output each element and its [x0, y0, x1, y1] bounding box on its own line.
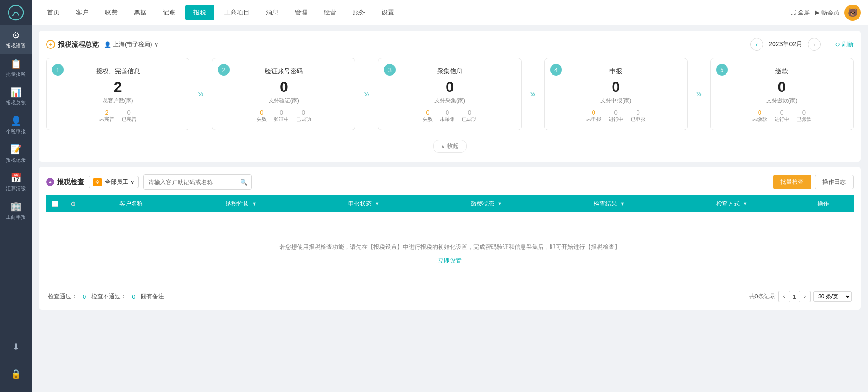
- flow-card-count-5: 0: [718, 79, 846, 95]
- flow-stat-complete: 0 已完善: [122, 109, 137, 123]
- refresh-button[interactable]: ↻ 刷新: [835, 40, 854, 48]
- fullscreen-button[interactable]: ⛶ 全屏: [790, 9, 810, 17]
- sidebar-item-tax-overview[interactable]: 📊 报税总览: [0, 82, 32, 111]
- empty-state: 若您想使用报税检查功能，请先在【报税设置】中进行报税的初始化设置，完成密码验证和…: [50, 216, 850, 283]
- flow-card-count-1: 2: [54, 79, 182, 95]
- flow-card-desc-2: 支持验证(家): [220, 97, 348, 105]
- nav-invoice[interactable]: 票据: [126, 0, 155, 25]
- flow-card-stats-2: 0 失败 0 验证中 0 已成功: [220, 109, 348, 123]
- flow-card-title-2: 验证账号密码: [220, 67, 348, 76]
- declare-status-filter-icon[interactable]: ▼: [375, 201, 380, 206]
- flow-arrow-4: »: [688, 88, 710, 100]
- nav-message[interactable]: 消息: [258, 0, 287, 25]
- flow-cards: 1 授权、完善信息 2 总客户数(家) 2 未完善 0 已完善: [46, 58, 854, 130]
- flow-card-payment: 5 缴款 0 支持缴款(家) 0 未缴款 0 进行中: [710, 58, 854, 130]
- flow-card-count-2: 0: [220, 79, 348, 95]
- check-method-filter-icon[interactable]: ▼: [743, 201, 748, 206]
- prev-month-button[interactable]: ‹: [750, 38, 763, 51]
- operation-log-button[interactable]: 操作日志: [815, 175, 854, 189]
- sidebar-item-annual-report[interactable]: 🏢 工商年报: [0, 196, 32, 225]
- nav-operation[interactable]: 经营: [316, 0, 344, 25]
- next-month-button[interactable]: ›: [808, 38, 821, 51]
- nav-accounting[interactable]: 记账: [155, 0, 184, 25]
- fail-label: 检查不通过：: [91, 292, 127, 301]
- nav-home[interactable]: 首页: [39, 0, 68, 25]
- sidebar-item-settlement[interactable]: 📅 汇算清缴: [0, 168, 32, 196]
- next-page-button[interactable]: ›: [799, 291, 811, 302]
- vip-button[interactable]: ▶ 畅会员: [815, 9, 839, 17]
- select-all-checkbox[interactable]: [52, 201, 58, 207]
- nav-charge[interactable]: 收费: [97, 0, 126, 25]
- table-header-checkbox: [46, 195, 64, 212]
- flow-title-icon: +: [46, 40, 55, 49]
- sidebar-item-lock[interactable]: 🔒: [9, 360, 24, 387]
- check-result-filter-icon[interactable]: ▼: [620, 201, 625, 206]
- flow-arrow-3: »: [522, 88, 544, 100]
- collapse-button[interactable]: ∧ 收起: [433, 140, 467, 153]
- location-selector[interactable]: 👤 上海(电子税局) ∨: [104, 40, 159, 48]
- search-input[interactable]: [144, 176, 236, 188]
- app-logo: [0, 0, 32, 25]
- table-scroll: ⚙ 客户名称 纳税性质 ▼ 申报状态 ▼: [46, 195, 854, 286]
- nav-settings[interactable]: 设置: [373, 0, 402, 25]
- setup-link[interactable]: 立即设置: [59, 257, 841, 265]
- tax-check-panel: ● 报税检查 全 全部员工 ∨ 🔍 批量检查 操作日志: [39, 167, 861, 310]
- search-button[interactable]: 🔍: [236, 175, 251, 189]
- tax-overview-icon: 📊: [10, 87, 22, 98]
- flow-card-collect: 3 采集信息 0 支持采集(家) 0 失败 0 未采集: [378, 58, 521, 130]
- flow-stat-collect-failed: 0 失败: [423, 109, 433, 123]
- nav-service[interactable]: 服务: [344, 0, 373, 25]
- table-settings-icon[interactable]: ⚙: [71, 201, 76, 207]
- sidebar-item-batch-tax[interactable]: 📋 批量报税: [0, 54, 32, 82]
- batch-check-button[interactable]: 批量检查: [773, 175, 811, 189]
- sidebar-item-download[interactable]: ⬇: [9, 333, 24, 360]
- check-table: ⚙ 客户名称 纳税性质 ▼ 申报状态 ▼: [46, 195, 854, 286]
- nav-customer[interactable]: 客户: [68, 0, 97, 25]
- empty-state-cell: 若您想使用报税检查功能，请先在【报税设置】中进行报税的初始化设置，完成密码验证和…: [46, 212, 854, 286]
- staff-selector[interactable]: 全 全部员工 ∨: [89, 176, 139, 188]
- refresh-icon: ↻: [835, 41, 840, 48]
- sidebar-item-settlement-label: 汇算清缴: [6, 185, 26, 192]
- nav-manage[interactable]: 管理: [287, 0, 316, 25]
- flow-card-count-3: 0: [386, 79, 514, 95]
- pass-count[interactable]: 0: [83, 293, 86, 300]
- sidebar-item-tax-record[interactable]: 📝 报税记录: [0, 139, 32, 168]
- table-header-check-method: 检查方式 ▼: [670, 195, 793, 212]
- flow-card-title-3: 采集信息: [386, 67, 514, 76]
- flow-stat-not-declared: 0 未申报: [586, 109, 601, 123]
- flow-card-title-4: 申报: [552, 67, 680, 76]
- fail-count[interactable]: 0: [132, 293, 135, 300]
- vip-icon: ▶: [815, 9, 820, 16]
- sidebar-item-batch-tax-label: 批量报税: [6, 71, 26, 78]
- check-header: ● 报税检查 全 全部员工 ∨ 🔍 批量检查 操作日志: [46, 174, 854, 190]
- staff-tag: 全: [93, 178, 102, 186]
- flow-stat-verified: 0 已成功: [296, 109, 311, 123]
- sidebar-item-personal-tax[interactable]: 👤 个税申报: [0, 111, 32, 139]
- flow-arrow-2: »: [355, 88, 378, 100]
- fullscreen-icon: ⛶: [790, 9, 796, 16]
- table-footer: 检查通过： 0 检查不通过： 0 囧有备注 共0条记录 ‹ 1 › 30 条/页…: [46, 286, 854, 302]
- first-page-button[interactable]: ‹: [778, 291, 790, 302]
- flow-arrow-1: »: [189, 88, 212, 100]
- flow-stat-incomplete: 2 未完善: [99, 109, 114, 123]
- sidebar-item-tax-settings[interactable]: ⚙ 报税设置: [0, 25, 32, 54]
- flow-card-count-4: 0: [552, 79, 680, 95]
- main-wrapper: 首页 客户 收费 票据 记账 报税 工商项目 消息 管理 经营 服务 设置 ⛶ …: [32, 0, 868, 392]
- flow-card-desc-4: 支持申报(家): [552, 97, 680, 105]
- month-navigation: ‹ 2023年02月 ›: [750, 38, 821, 51]
- content-area: + 报税流程总览 👤 上海(电子税局) ∨ ‹ 2023年02月 › ↻ 刷新: [32, 25, 868, 392]
- pay-status-filter-icon[interactable]: ▼: [497, 201, 502, 206]
- per-page-select[interactable]: 30 条/页 50 条/页 100 条/页: [813, 291, 852, 302]
- check-title-icon: ●: [46, 178, 54, 186]
- nav-commerce[interactable]: 工商项目: [216, 0, 258, 25]
- topbar: 首页 客户 收费 票据 记账 报税 工商项目 消息 管理 经营 服务 设置 ⛶ …: [32, 0, 868, 25]
- flow-card-auth: 1 授权、完善信息 2 总客户数(家) 2 未完善 0 已完善: [46, 58, 189, 130]
- flow-card-verify: 2 验证账号密码 0 支持验证(家) 0 失败 0 验证中: [212, 58, 355, 130]
- download-icon: ⬇: [12, 341, 20, 352]
- flow-title: + 报税流程总览: [46, 40, 99, 49]
- nav-tax[interactable]: 报税: [185, 5, 214, 20]
- avatar[interactable]: 🐻: [844, 5, 861, 21]
- flow-card-title-1: 授权、完善信息: [54, 67, 182, 76]
- flow-stat-paying: 0 进行中: [774, 109, 789, 123]
- tax-type-filter-icon[interactable]: ▼: [252, 201, 257, 206]
